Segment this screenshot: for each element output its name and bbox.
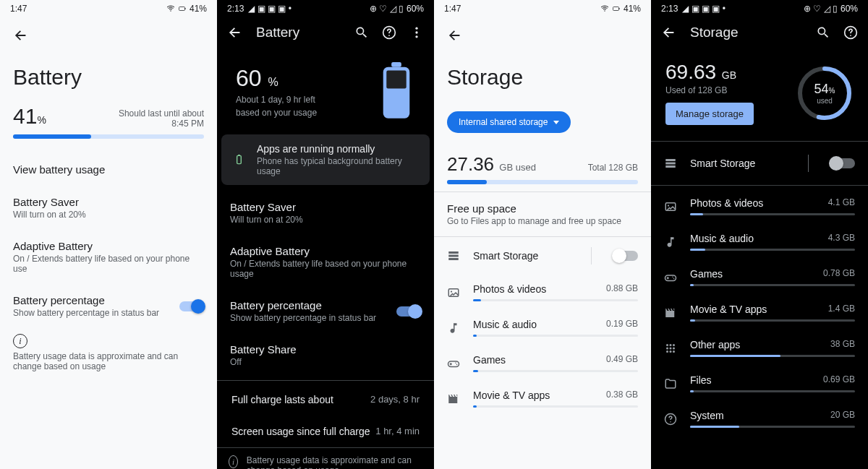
notif-icons: ◢ ▣ ▣ ▣ • bbox=[682, 4, 726, 14]
back-arrow-icon bbox=[661, 25, 677, 40]
help-icon[interactable] bbox=[843, 25, 858, 40]
apps-icon bbox=[664, 342, 677, 355]
games-icon bbox=[447, 357, 460, 370]
battery-ok-icon bbox=[233, 153, 245, 166]
storage-used: 27.36 GB used bbox=[447, 153, 536, 176]
status-bar: 2:13 ◢ ▣ ▣ ▣ • ⊕ ♡ ◿ ▯ 60% bbox=[651, 0, 868, 17]
battery-estimate: Should last until about8:45 PM bbox=[119, 108, 204, 129]
pane-battery-light: 1:47 41% Battery 41% Should last until a… bbox=[0, 0, 217, 469]
storage-ring: 54%used bbox=[796, 64, 854, 122]
movie-icon bbox=[664, 306, 677, 319]
back-arrow-icon bbox=[447, 27, 463, 43]
svg-rect-27 bbox=[237, 155, 242, 163]
battery-illustration-icon bbox=[378, 62, 415, 120]
storage-total: Total 128 GB bbox=[588, 163, 638, 173]
battery-saver[interactable]: Battery SaverWill turn on at 20% bbox=[0, 186, 217, 230]
back-arrow-icon bbox=[13, 27, 29, 43]
battery-saver[interactable]: Battery SaverWill turn on at 20% bbox=[217, 191, 434, 235]
pane-battery-dark: 2:13 ◢ ▣ ▣ ▣ • ⊕ ♡ ◿ ▯ 60% Battery 60 % … bbox=[217, 0, 434, 469]
battery-percentage-toggle[interactable]: Battery percentageShow battery percentag… bbox=[0, 284, 217, 328]
storage-hero: 69.63 GB Used of 128 GB Manage storage 5… bbox=[651, 48, 868, 138]
info-icon: i bbox=[229, 455, 238, 468]
more-icon[interactable] bbox=[409, 25, 424, 40]
search-icon[interactable] bbox=[354, 25, 369, 40]
storage-category-other-apps[interactable]: Other apps38 GB bbox=[651, 330, 868, 366]
battery-icon bbox=[612, 4, 621, 13]
adaptive-battery[interactable]: Adaptive BatteryOn / Extends battery lif… bbox=[0, 230, 217, 284]
status-icons: ⊕ ♡ ◿ ▯ bbox=[804, 4, 838, 14]
battery-hero: 60 % About 1 day, 9 hr left based on you… bbox=[217, 48, 434, 134]
storage-category-system[interactable]: System20 GB bbox=[651, 401, 868, 436]
toggle-switch[interactable] bbox=[613, 251, 638, 261]
back-button[interactable] bbox=[661, 25, 677, 40]
status-icons: ⊕ ♡ ◿ ▯ bbox=[370, 4, 404, 14]
storage-category-photos-videos[interactable]: Photos & videos4.1 GB bbox=[651, 189, 868, 224]
help-icon[interactable] bbox=[382, 25, 396, 40]
status-battery: 41% bbox=[624, 4, 641, 14]
adaptive-battery[interactable]: Adaptive BatteryOn / Extends battery lif… bbox=[217, 235, 434, 289]
status-battery: 60% bbox=[407, 4, 424, 14]
back-button[interactable] bbox=[13, 27, 29, 43]
system-icon bbox=[664, 413, 677, 426]
status-bar: 1:47 41% bbox=[434, 0, 651, 17]
storage-bar bbox=[447, 180, 638, 184]
storage-category-photos-videos[interactable]: Photos & videos0.88 GB bbox=[434, 275, 651, 310]
screen-usage-stat[interactable]: Screen usage since full charge1 hr, 4 mi… bbox=[217, 416, 434, 447]
image-icon bbox=[664, 200, 677, 213]
svg-rect-24 bbox=[391, 62, 401, 67]
storage-icon bbox=[447, 249, 460, 262]
storage-category-files[interactable]: Files0.69 GB bbox=[651, 366, 868, 401]
status-time: 1:47 bbox=[10, 4, 27, 14]
storage-category-movie-tv-apps[interactable]: Movie & TV apps0.38 GB bbox=[434, 381, 651, 416]
battery-share[interactable]: Battery ShareOff bbox=[217, 333, 434, 377]
status-time: 2:13 bbox=[227, 4, 244, 14]
back-arrow-icon bbox=[227, 25, 243, 40]
storage-category-music-audio[interactable]: Music & audio0.19 GB bbox=[434, 310, 651, 345]
search-icon[interactable] bbox=[816, 25, 830, 40]
back-button[interactable] bbox=[447, 27, 463, 43]
storage-category-movie-tv-apps[interactable]: Movie & TV apps1.4 GB bbox=[651, 295, 868, 330]
footer-text: Battery usage data is approximate and ca… bbox=[0, 351, 217, 371]
back-button[interactable] bbox=[227, 25, 243, 40]
toggle-switch[interactable] bbox=[179, 301, 204, 311]
free-up-space[interactable]: Free up spaceGo to Files app to manage a… bbox=[434, 192, 651, 236]
folder-icon bbox=[664, 377, 677, 390]
smart-storage[interactable]: Smart Storage bbox=[434, 237, 651, 275]
battery-icon bbox=[178, 4, 187, 13]
apps-running-card[interactable]: Apps are running normallyPhone has typic… bbox=[221, 134, 430, 185]
footer: i Battery usage data is approximate and … bbox=[217, 447, 434, 469]
storage-category-games[interactable]: Games0.78 GB bbox=[651, 259, 868, 295]
toggle-switch[interactable] bbox=[396, 306, 421, 317]
status-bar: 2:13 ◢ ▣ ▣ ▣ • ⊕ ♡ ◿ ▯ 60% bbox=[217, 0, 434, 17]
storage-category-music-audio[interactable]: Music & audio4.3 GB bbox=[651, 224, 868, 259]
pane-storage-light: 1:47 41% Storage Internal shared storage… bbox=[434, 0, 651, 469]
svg-rect-28 bbox=[238, 155, 240, 155]
status-bar: 1:47 41% bbox=[0, 0, 217, 17]
page-title: Battery bbox=[0, 43, 217, 104]
music-icon bbox=[447, 322, 460, 335]
header: Battery bbox=[217, 17, 434, 48]
storage-icon bbox=[664, 157, 677, 170]
storage-category-games[interactable]: Games0.49 GB bbox=[434, 345, 651, 381]
wifi-icon bbox=[600, 4, 609, 13]
battery-percentage-toggle[interactable]: Battery percentageShow battery percentag… bbox=[217, 289, 434, 333]
music-icon bbox=[664, 236, 677, 249]
header: Storage bbox=[651, 17, 868, 48]
status-battery: 60% bbox=[841, 4, 858, 14]
info-icon: i bbox=[13, 334, 27, 348]
movie-icon bbox=[447, 392, 460, 405]
games-icon bbox=[664, 271, 677, 284]
view-battery-usage[interactable]: View battery usage bbox=[0, 153, 217, 186]
status-battery: 41% bbox=[190, 4, 207, 14]
smart-storage[interactable]: Smart Storage bbox=[651, 145, 868, 182]
toggle-switch[interactable] bbox=[830, 158, 855, 168]
storage-location-chip[interactable]: Internal shared storage bbox=[447, 111, 571, 133]
pane-storage-dark: 2:13 ◢ ▣ ▣ ▣ • ⊕ ♡ ◿ ▯ 60% Storage 69.63… bbox=[651, 0, 868, 469]
status-time: 2:13 bbox=[661, 4, 678, 14]
image-icon bbox=[447, 286, 460, 299]
page-title: Storage bbox=[690, 25, 803, 40]
wifi-icon bbox=[166, 4, 175, 13]
manage-storage-button[interactable]: Manage storage bbox=[665, 103, 754, 125]
chevron-down-icon bbox=[553, 121, 559, 124]
full-charge-stat[interactable]: Full charge lasts about2 days, 8 hr bbox=[217, 384, 434, 416]
